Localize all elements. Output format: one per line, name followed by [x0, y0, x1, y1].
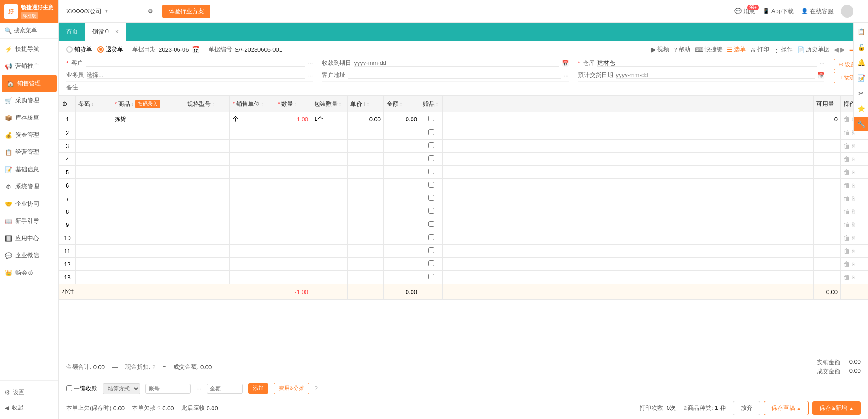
delete-row-icon-11[interactable]: 🗑 — [844, 260, 850, 268]
add-payment-btn[interactable]: 添加 — [248, 383, 268, 394]
save-new-btn[interactable]: 保存&新增 ▲ — [812, 401, 861, 415]
expected-date-calendar-icon[interactable]: 📅 — [817, 72, 824, 79]
sidebar-item-13[interactable]: 👑畅会员 — [0, 264, 58, 281]
row-barcode-4[interactable] — [76, 166, 112, 179]
print-btn[interactable]: 🖨 打印 — [750, 45, 769, 53]
row-gift-7[interactable] — [420, 205, 443, 218]
row-quantity-3[interactable] — [275, 153, 311, 166]
history-btn[interactable]: 📄 历史单据 — [797, 45, 829, 53]
row-quantity-11[interactable] — [275, 258, 311, 271]
row-quantity-4[interactable] — [275, 166, 311, 179]
row-gift-0[interactable] — [420, 112, 443, 126]
gift-checkbox-1[interactable] — [428, 129, 434, 135]
copy-row-icon-4[interactable]: ⎘ — [852, 169, 855, 175]
row-barcode-1[interactable] — [76, 126, 112, 140]
copy-row-icon-5[interactable]: ⎘ — [852, 182, 855, 188]
row-spec-3[interactable] — [184, 153, 230, 166]
gift-checkbox-11[interactable] — [428, 260, 434, 266]
amount-sort-icon[interactable]: ↕ — [400, 101, 402, 106]
sidebar-bottom-item-0[interactable]: ⚙设置 — [0, 385, 58, 400]
delete-row-icon-6[interactable]: 🗑 — [844, 195, 850, 202]
select-btn[interactable]: ☰ 选单 — [727, 45, 746, 53]
list-view-icon[interactable]: ≡ — [849, 45, 853, 53]
row-unit-price-6[interactable] — [348, 192, 384, 205]
sidebar-item-11[interactable]: 🔲应用中心 — [0, 230, 58, 247]
row-barcode-6[interactable] — [76, 192, 112, 205]
row-unit-price-9[interactable] — [348, 231, 384, 245]
gift-checkbox-12[interactable] — [428, 274, 434, 279]
message-btn[interactable]: 💬 消息 99+ — [734, 7, 755, 15]
row-product-12[interactable] — [112, 271, 184, 284]
delete-row-icon-1[interactable]: 🗑 — [844, 129, 850, 136]
shortcut-btn[interactable]: ⌨ 快捷键 — [695, 45, 723, 53]
copy-row-icon-7[interactable]: ⎘ — [852, 208, 855, 215]
barcode-sort-icon[interactable]: ↕ — [92, 101, 94, 106]
right-panel-btn-2[interactable]: 🔒 — [854, 40, 868, 54]
row-gift-9[interactable] — [420, 231, 443, 245]
row-gift-6[interactable] — [420, 192, 443, 205]
copy-row-icon-11[interactable]: ⎘ — [852, 261, 855, 267]
gift-checkbox-2[interactable] — [428, 142, 434, 148]
copy-row-icon-9[interactable]: ⎘ — [852, 235, 855, 241]
delete-row-icon-2[interactable]: 🗑 — [844, 142, 850, 149]
row-gift-1[interactable] — [420, 126, 443, 140]
customer-more-icon[interactable]: ··· — [308, 60, 313, 67]
unit-price-sort-icon[interactable]: ↕ — [367, 101, 369, 106]
customer-addr-more-icon[interactable]: ··· — [564, 72, 569, 79]
video-btn[interactable]: ▶ 视频 — [651, 45, 669, 53]
sidebar-item-1[interactable]: 📢营销推广 — [0, 58, 58, 75]
row-product-8[interactable] — [112, 218, 184, 231]
sidebar-item-2[interactable]: 🏠销售管理 — [2, 75, 57, 92]
quantity-sort-icon[interactable]: ↕ — [295, 101, 297, 106]
row-product-7[interactable] — [112, 205, 184, 218]
row-quantity-0[interactable]: -1.00 — [275, 112, 311, 126]
row-quantity-9[interactable] — [275, 231, 311, 245]
sidebar-item-4[interactable]: 📦库存核算 — [0, 109, 58, 126]
row-unit-price-10[interactable] — [348, 245, 384, 258]
next-arrow[interactable]: ▶ — [840, 46, 845, 53]
app-download-btn[interactable]: 📱 App下载 — [762, 7, 794, 15]
arrears-help-icon[interactable]: ? — [157, 405, 160, 412]
row-spec-6[interactable] — [184, 192, 230, 205]
one-click-pay-input[interactable] — [66, 385, 72, 391]
one-click-pay-checkbox[interactable]: 一键收款 — [66, 385, 97, 393]
gift-checkbox-0[interactable] — [428, 116, 434, 121]
delete-row-icon-12[interactable]: 🗑 — [844, 274, 850, 281]
return-order-radio[interactable]: 退货单 — [97, 45, 123, 53]
settings-col-icon[interactable]: ⚙ — [62, 101, 68, 107]
unit-price-info-icon[interactable]: ℹ — [364, 101, 365, 106]
row-barcode-3[interactable] — [76, 153, 112, 166]
gift-checkbox-3[interactable] — [428, 155, 434, 161]
row-product-6[interactable] — [112, 192, 184, 205]
row-quantity-5[interactable] — [275, 179, 311, 192]
tab-home[interactable]: 首页 — [59, 23, 85, 41]
pack-qty-sort-icon[interactable]: ↕ — [339, 101, 341, 106]
row-spec-11[interactable] — [184, 258, 230, 271]
company-selector[interactable]: XXXXXX公司 ▼ — [66, 7, 139, 15]
row-gift-12[interactable] — [420, 271, 443, 284]
customer-addr-input[interactable] — [348, 72, 561, 79]
row-unit-price-0[interactable]: 0.00 — [348, 112, 384, 126]
product-sort-icon[interactable]: ↕ — [131, 101, 134, 106]
row-spec-4[interactable] — [184, 166, 230, 179]
delete-row-icon-7[interactable]: 🗑 — [844, 208, 850, 215]
salesperson-input[interactable] — [87, 72, 305, 79]
row-quantity-8[interactable] — [275, 218, 311, 231]
sidebar-item-7[interactable]: 📝基础信息 — [0, 161, 58, 178]
row-gift-5[interactable] — [420, 179, 443, 192]
row-spec-7[interactable] — [184, 205, 230, 218]
expense-btn[interactable]: 费用&分摊 — [274, 383, 309, 394]
topbar-settings-icon[interactable]: ⚙ — [144, 5, 157, 18]
row-quantity-6[interactable] — [275, 192, 311, 205]
row-product-11[interactable] — [112, 258, 184, 271]
abandon-btn[interactable]: 放弃 — [733, 401, 760, 415]
payment-amount-input[interactable] — [207, 384, 243, 394]
discount-help-icon[interactable]: ? — [152, 364, 155, 371]
warehouse-more-icon[interactable]: ··· — [820, 60, 824, 67]
trial-btn[interactable]: 体验行业方案 — [162, 5, 210, 18]
sidebar-item-6[interactable]: 📋经营管理 — [0, 144, 58, 161]
row-product-5[interactable] — [112, 179, 184, 192]
row-product-0[interactable] — [112, 112, 184, 126]
row-gift-2[interactable] — [420, 140, 443, 153]
row-gift-8[interactable] — [420, 218, 443, 231]
